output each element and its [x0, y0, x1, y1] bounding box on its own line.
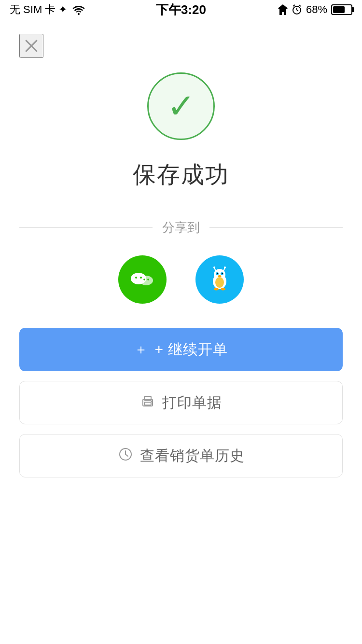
- svg-point-19: [218, 275, 222, 277]
- share-icons: [19, 255, 343, 304]
- success-title: 保存成功: [133, 159, 229, 190]
- svg-point-25: [213, 266, 215, 268]
- svg-point-9: [135, 277, 137, 279]
- status-right: 68%: [278, 3, 352, 16]
- status-left: 无 SIM 卡 ✦: [10, 2, 85, 17]
- action-buttons: ＋ + 继续开单 打印单据 查看销货单历史: [19, 328, 343, 477]
- svg-point-26: [224, 266, 226, 268]
- main-content: ✓ 保存成功 分享到: [0, 19, 362, 506]
- svg-point-10: [140, 277, 142, 279]
- wechat-icon: [128, 265, 157, 294]
- printer-svg: [140, 393, 155, 409]
- battery-icon: [331, 4, 352, 15]
- svg-rect-29: [144, 402, 151, 405]
- print-icon: [140, 393, 155, 412]
- status-time: 下午3:20: [156, 1, 206, 18]
- svg-point-11: [143, 279, 145, 280]
- battery-label: 68%: [306, 3, 327, 16]
- continue-order-label: + 继续开单: [155, 340, 228, 360]
- history-label: 查看销货单历史: [140, 446, 245, 466]
- svg-line-33: [125, 454, 128, 456]
- svg-point-20: [215, 277, 224, 288]
- success-icon-circle: ✓: [147, 72, 215, 140]
- close-button[interactable]: [19, 34, 43, 58]
- history-button[interactable]: 查看销货单历史: [19, 434, 343, 477]
- svg-point-17: [217, 273, 218, 274]
- wechat-share-button[interactable]: [118, 255, 167, 304]
- svg-point-22: [221, 288, 225, 291]
- continue-order-button[interactable]: ＋ + 继续开单: [19, 328, 343, 371]
- plus-icon: ＋: [134, 340, 148, 359]
- share-label: 分享到: [162, 219, 200, 236]
- checkmark-icon: ✓: [167, 89, 195, 123]
- status-bar: 无 SIM 卡 ✦ 下午3:20 68%: [0, 0, 362, 19]
- wifi-icon: [72, 4, 85, 15]
- svg-line-2: [297, 10, 298, 11]
- svg-line-4: [299, 5, 301, 6]
- share-section: 分享到: [19, 219, 343, 304]
- alarm-icon: [292, 4, 302, 15]
- svg-point-12: [147, 279, 149, 280]
- location-icon: [278, 4, 288, 15]
- clock-svg: [118, 447, 133, 462]
- history-icon: [118, 447, 133, 465]
- svg-line-3: [293, 5, 295, 6]
- share-divider: 分享到: [19, 219, 343, 236]
- close-icon: [23, 37, 40, 55]
- svg-point-21: [214, 288, 219, 291]
- qq-share-button[interactable]: [195, 255, 244, 304]
- print-button[interactable]: 打印单据: [19, 381, 343, 424]
- print-label: 打印单据: [162, 393, 222, 413]
- svg-point-18: [222, 273, 223, 274]
- qq-icon: [205, 265, 234, 294]
- svg-point-30: [151, 400, 153, 402]
- sim-label: 无 SIM 卡 ✦: [10, 2, 67, 17]
